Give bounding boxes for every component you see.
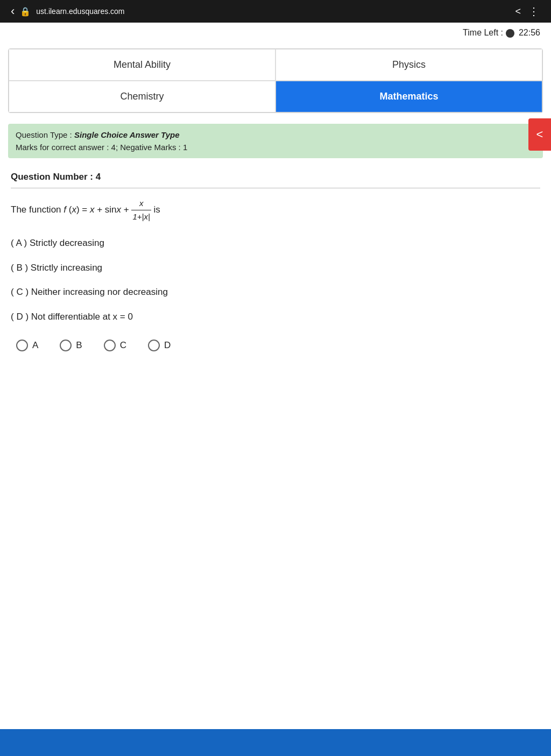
options-list: ( A ) Strictly decreasing ( B ) Strictly… [11, 236, 540, 323]
red-tab-icon: < [536, 128, 543, 142]
radio-label-b: B [76, 340, 82, 351]
question-info-box: Question Type : Single Choice Answer Typ… [8, 124, 543, 158]
radio-label-d: D [164, 340, 171, 351]
question-divider [11, 188, 540, 188]
browser-bar: ‹ 🔒 ust.ilearn.edusquares.com < ⋮ [0, 0, 551, 23]
question-text-prefix: The function f (x) = x + sinx + [11, 204, 129, 215]
radio-circle-b [60, 340, 72, 351]
lock-icon: 🔒 [20, 6, 31, 17]
phone-frame: ‹ 🔒 ust.ilearn.edusquares.com < ⋮ Time L… [0, 0, 551, 756]
question-text-suffix: is [154, 204, 160, 215]
radio-label-c: C [120, 340, 126, 351]
browser-bar-left: ‹ 🔒 ust.ilearn.edusquares.com [11, 4, 125, 18]
radio-circle-d [148, 340, 160, 351]
fraction-numerator: x [131, 197, 151, 210]
option-d[interactable]: ( D ) Not differentiable at x = 0 [11, 310, 540, 324]
question-fraction: x 1+|x| [131, 197, 151, 223]
site-url: ust.ilearn.edusquares.com [36, 7, 124, 16]
option-b[interactable]: ( B ) Strictly increasing [11, 261, 540, 275]
tab-chemistry[interactable]: Chemistry [9, 81, 276, 112]
back-button[interactable]: ‹ [11, 4, 15, 18]
red-tab-button[interactable]: < [528, 118, 551, 151]
option-a[interactable]: ( A ) Strictly decreasing [11, 236, 540, 250]
question-type-line: Question Type : Single Choice Answer Typ… [16, 130, 535, 139]
tab-physics[interactable]: Physics [276, 49, 542, 81]
share-icon[interactable]: < [515, 6, 521, 17]
question-section: Question Number : 4 The function f (x) =… [0, 164, 551, 359]
radio-label-a: A [32, 340, 38, 351]
radio-b[interactable]: B [60, 340, 82, 351]
question-number: Question Number : 4 [11, 172, 540, 182]
radio-a[interactable]: A [16, 340, 38, 351]
more-options-icon[interactable]: ⋮ [528, 5, 540, 18]
option-c[interactable]: ( C ) Neither increasing nor decreasing [11, 285, 540, 299]
question-type-value: Single Choice Answer Type [74, 130, 180, 139]
radio-c[interactable]: C [104, 340, 126, 351]
radio-circle-c [104, 340, 116, 351]
answer-radios: A B C D [16, 340, 540, 351]
timer-icon [506, 29, 514, 38]
marks-line: Marks for correct answer : 4; Negative M… [16, 143, 535, 152]
subject-tabs: Mental Ability Physics Chemistry Mathema… [8, 48, 543, 113]
radio-d[interactable]: D [148, 340, 171, 351]
timer-label: Time Left : [463, 28, 503, 37]
radio-circle-a [16, 340, 28, 351]
tab-mental-ability[interactable]: Mental Ability [9, 49, 276, 81]
main-content: Time Left : 22:56 Mental Ability Physics… [0, 23, 551, 756]
question-type-label: Question Type : [16, 130, 72, 139]
fraction-denominator: 1+|x| [131, 210, 151, 223]
bottom-nav-bar [0, 729, 551, 756]
tab-mathematics[interactable]: Mathematics [276, 81, 542, 112]
timer-bar: Time Left : 22:56 [0, 23, 551, 43]
browser-bar-right: < ⋮ [515, 5, 540, 18]
question-text: The function f (x) = x + sinx + x 1+|x| … [11, 197, 540, 223]
timer-value: 22:56 [519, 28, 540, 37]
